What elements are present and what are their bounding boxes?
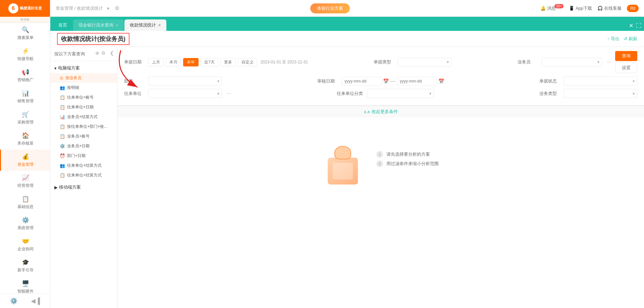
date-btn-more[interactable]: 更多: [220, 58, 236, 66]
tree-item-salesperson-date[interactable]: ⚙️ 业务员+日期: [50, 141, 117, 151]
salesperson-date-icon: ⚙️: [60, 144, 65, 149]
export-btn[interactable]: ↑ 导出: [607, 36, 620, 42]
tree-mobile-label: 移动端方案: [59, 184, 81, 190]
tree-item-partner-settle1[interactable]: 👥 往来单位+结算方式: [50, 161, 117, 170]
doc-status-select[interactable]: [564, 76, 637, 86]
sidebar-item-search[interactable]: 🔍 搜索菜单: [0, 23, 50, 44]
tab-home-label: 首页: [58, 22, 67, 28]
tree-item-partner-settle2[interactable]: 📋 往来单位+结算方式: [50, 170, 117, 180]
review-date-to[interactable]: [397, 77, 437, 86]
sidebar-item-basic[interactable]: 📋 基础信息: [0, 192, 50, 213]
add-scheme-icon[interactable]: ⊕: [95, 50, 99, 57]
tab-bank-label: 现金银行流水查询: [78, 22, 113, 28]
date-btn-custom[interactable]: 自定义: [238, 58, 257, 66]
date-btn-7days[interactable]: 近7天: [201, 58, 218, 66]
left-panel: 按以下方案查询 ⊕ ⚙ 《 ▾ 电脑端方案 ⊙ 按业务员: [50, 47, 117, 308]
tree-item-partner-date[interactable]: 📋 往来单位+日期: [50, 102, 117, 112]
partner-date-icon: 📋: [60, 105, 65, 110]
tree-item-partner-dept[interactable]: 📋 按往来单位+部门+收...: [50, 122, 117, 132]
tree-item-detail[interactable]: 👥 按明细: [50, 83, 117, 93]
tree-item-dept-date[interactable]: ⏰ 部门+日期: [50, 151, 117, 161]
salesperson-more-icon[interactable]: ···: [607, 59, 611, 65]
tree-mobile-section[interactable]: ▶ 移动端方案: [50, 182, 117, 192]
maximize-icon[interactable]: ⛶: [636, 23, 641, 29]
nav-icon: ⚡: [22, 47, 29, 55]
export-label: 导出: [611, 36, 620, 42]
sidebar: 6 畅捷通好生意 标准版 🔍 搜索菜单 ⚡ 快捷导航 📢 营销推广 📊 销售管理…: [0, 0, 50, 308]
settings-header-icon[interactable]: ⚙: [115, 5, 119, 11]
date-btn-this-month[interactable]: 本月: [166, 58, 181, 66]
tree-item-salesperson[interactable]: ⊙ 按业务员: [50, 73, 117, 83]
partner-select[interactable]: [148, 89, 222, 98]
sidebar-item-management[interactable]: 📈 经营管理: [0, 171, 50, 192]
tab-bank-close[interactable]: ✕: [115, 23, 118, 28]
doc-type-select[interactable]: [398, 58, 451, 67]
avatar-text: Rit: [630, 6, 635, 11]
partner-account-icon: 📋: [60, 95, 65, 100]
sidebar-item-hardware[interactable]: 🖥️ 智能硬件: [0, 276, 50, 294]
refresh-btn[interactable]: ↺ 刷新: [624, 36, 637, 42]
sidebar-item-purchase[interactable]: 🛒 采购管理: [0, 107, 50, 129]
tree-desktop-header[interactable]: ▾ 电脑端方案: [50, 63, 117, 73]
sidebar-item-finance[interactable]: 💰 资金管理: [0, 150, 50, 171]
tree-item-label: 按明细: [67, 85, 79, 91]
right-panel: 单据日期 上月 本月 本年 近7天 更多 自定义 2023-01-01 至 20…: [117, 47, 644, 308]
settings-footer-icon[interactable]: ⚙️: [10, 297, 17, 305]
tree-item-label: 往来单位+账号: [67, 95, 94, 100]
sidebar-item-inventory[interactable]: 🏠 库存核算: [0, 129, 50, 150]
tree-item-salesperson-account[interactable]: 📋 业务员+账号: [50, 132, 117, 141]
dropdown-icon[interactable]: ▾: [107, 6, 109, 11]
tab-home[interactable]: 首页: [53, 19, 72, 31]
partner-label: 往来单位: [124, 91, 144, 97]
dept-label: 部门: [124, 78, 144, 84]
collapse-panel-icon[interactable]: 《: [108, 50, 113, 57]
sidebar-item-collab[interactable]: 🤝 企业协同: [0, 234, 50, 255]
user-avatar[interactable]: Rit: [627, 5, 639, 12]
tree-item-label: 往来单位+日期: [67, 104, 94, 110]
sidebar-item-label: 新手引导: [17, 267, 34, 273]
app-download-item[interactable]: 📱 App下载: [569, 5, 592, 11]
notification-item[interactable]: 🔔 消息 99+: [540, 5, 564, 11]
sidebar-item-guide[interactable]: 🎓 新手引导: [0, 255, 50, 276]
tab-receipt-close[interactable]: ✕: [158, 23, 161, 28]
dept-select[interactable]: [148, 76, 222, 86]
tree-item-partner-account[interactable]: 📋 往来单位+账号: [50, 93, 117, 102]
tree-item-label: 按往来单位+部门+收...: [67, 124, 107, 130]
biz-type-select[interactable]: [564, 89, 637, 98]
settings-scheme-icon[interactable]: ⚙: [101, 50, 106, 57]
date-btn-this-year[interactable]: 本年: [183, 58, 199, 66]
partner-category-label: 往来单位分类: [337, 91, 363, 97]
tab-bar-actions: ✕ ⛶: [629, 22, 641, 31]
salesperson-select[interactable]: [542, 58, 602, 67]
collapse-bar[interactable]: ∧∧ 收起更多条件: [117, 106, 644, 117]
tree-item-label: 往来单位+结算方式: [67, 172, 102, 178]
query-btn[interactable]: 查询: [615, 51, 637, 61]
sidebar-item-sales[interactable]: 📊 销售管理: [0, 86, 50, 107]
review-date-from[interactable]: [341, 77, 382, 86]
empty-head: [334, 146, 351, 159]
tree-item-salesperson-settle[interactable]: 📊 业务员+结算方式: [50, 112, 117, 122]
collapse-sidebar-icon[interactable]: ◀▐: [31, 297, 40, 305]
tree-item-label: 业务员+账号: [67, 134, 90, 139]
biz-type-label: 业务类型: [539, 91, 559, 97]
filter-row-3: 往来单位 ··· 往来单位分类: [124, 89, 637, 98]
marketing-icon: 📢: [22, 68, 29, 76]
tab-receipt[interactable]: 收款情况统计 ✕: [124, 19, 166, 31]
step-2-label: 用过滤条件来缩小分析范围: [386, 161, 439, 167]
step-num-1: 1: [376, 151, 383, 158]
trial-btn[interactable]: 体验行业方案: [310, 3, 350, 13]
purchase-icon: 🛒: [22, 111, 29, 118]
sidebar-item-marketing[interactable]: 📢 营销推广: [0, 65, 50, 86]
date-btn-last-month[interactable]: 上月: [148, 58, 164, 66]
close-all-icon[interactable]: ✕: [629, 22, 633, 29]
partner-category-select[interactable]: [367, 89, 434, 98]
partner-more-icon[interactable]: ···: [227, 91, 231, 97]
sidebar-item-label: 企业协同: [17, 246, 34, 252]
breadcrumb: 资金管理 / 收款情况统计: [56, 5, 103, 11]
online-support-item[interactable]: 🎧 在线客服: [597, 5, 622, 11]
dept-date-icon: ⏰: [60, 153, 65, 158]
sidebar-item-nav[interactable]: ⚡ 快捷导航: [0, 44, 50, 65]
settings-btn[interactable]: 设置: [615, 62, 637, 73]
tab-bank[interactable]: 现金银行流水查询 ✕: [73, 19, 124, 31]
sidebar-item-system[interactable]: ⚙️ 系统管理: [0, 213, 50, 234]
